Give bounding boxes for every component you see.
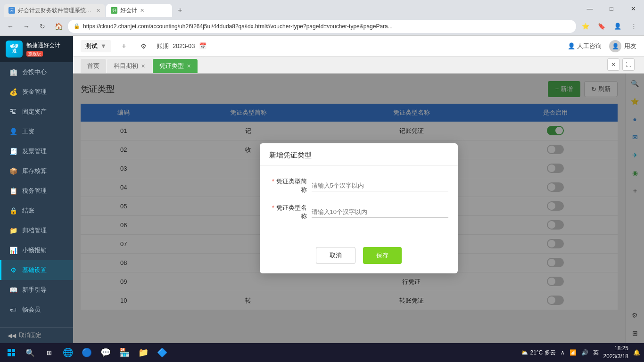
tab2-close[interactable]: ✕ [140, 8, 144, 14]
app-tab-bar: 首页 科目期初 ✕ 凭证类型 ✕ ✕ ⛶ [73, 57, 644, 74]
zijin-icon: 💰 [9, 88, 17, 96]
panel-close-button[interactable]: ✕ [607, 58, 619, 71]
sidebar-item-xinshouyindao[interactable]: 📖 新手引导 [0, 280, 73, 300]
tab-subject-close[interactable]: ✕ [141, 63, 145, 69]
dialog-body: 凭证类型简称 凭证类型名称 [260, 166, 458, 241]
gongzi-icon: 👤 [9, 128, 17, 135]
user-menu[interactable]: 👤 用友 [609, 40, 636, 52]
edge-taskbar[interactable]: 🔷 [155, 345, 170, 360]
dialog-footer: 取消 保存 [260, 241, 458, 273]
store-taskbar[interactable]: 🏪 [117, 345, 132, 360]
add-company-button[interactable]: + [117, 39, 131, 53]
shuiwu-icon: 📋 [9, 187, 17, 195]
dialog-header: 新增凭证类型 [260, 143, 458, 166]
notification-icon[interactable]: 🔔 [633, 349, 640, 356]
sidebar-item-changhyuian[interactable]: 🏷 畅会员 [0, 300, 73, 320]
chevron-up-icon[interactable]: ∧ [561, 349, 565, 356]
address-input-wrapper: 🔒 [68, 20, 576, 33]
browser-tab-1[interactable]: 云 好会计云财务软件管理系统_会计 ✕ [4, 4, 105, 17]
period-label: 账期 [157, 42, 169, 50]
sidebar-label-xinshouyindao: 新手引导 [22, 286, 47, 294]
tab-voucher-label: 凭证类型 [159, 62, 184, 70]
maximize-button[interactable]: □ [601, 0, 622, 17]
sidebar-label-jiezhang: 结账 [22, 206, 34, 215]
settings-button[interactable]: ⚙ [137, 39, 151, 53]
sidebar-item-jichushezhi[interactable]: ⚙ 基础设置 [0, 260, 73, 280]
files-taskbar[interactable]: 📁 [136, 345, 151, 360]
browser-ext-btn1[interactable]: ⭐ [579, 20, 592, 33]
tab-home[interactable]: 首页 [81, 59, 106, 73]
cancel-button[interactable]: 取消 [316, 247, 355, 264]
gudingzichan-icon: 🏗 [9, 108, 17, 115]
collapse-icon: ◀◀ [8, 332, 16, 339]
close-button[interactable]: ✕ [622, 0, 644, 17]
consultant-button[interactable]: 👤 人工咨询 [568, 42, 602, 50]
reload-button[interactable]: ↻ [36, 20, 49, 33]
new-tab-button[interactable]: + [173, 4, 187, 17]
ie-taskbar[interactable]: 🌐 [60, 345, 75, 360]
short-input[interactable] [312, 180, 448, 191]
forward-button[interactable]: → [20, 20, 33, 33]
sidebar-label-huizhong: 会投中心 [22, 68, 47, 76]
chrome-taskbar[interactable]: 🔵 [79, 345, 94, 360]
company-selector[interactable]: 测试 ▼ [81, 40, 111, 52]
address-input[interactable] [83, 23, 570, 30]
browser-ext-btn3[interactable]: 👤 [611, 20, 624, 33]
clock: 18:25 2023/3/18 [603, 345, 628, 361]
consultant-label: 人工咨询 [577, 42, 602, 50]
sidebar-nav: 🏢 会投中心 💰 资金管理 🏗 固定资产 👤 工资 🧾 发票管理 📦 库 [0, 62, 73, 320]
sidebar-item-fapiao[interactable]: 🧾 发票管理 [0, 141, 73, 161]
start-button[interactable] [4, 345, 19, 360]
sidebar-item-gudingzichan[interactable]: 🏗 固定资产 [0, 102, 73, 122]
tab1-close[interactable]: ✕ [96, 8, 100, 14]
search-taskbar-button[interactable]: 🔍 [23, 345, 38, 360]
wechat-taskbar[interactable]: 💬 [98, 345, 113, 360]
sidebar-item-baoxiao[interactable]: 📊 小畅报销 [0, 240, 73, 260]
name-label: 凭证类型名称 [269, 204, 312, 221]
period-display: 账期 2023-03 📅 [157, 42, 206, 50]
minimize-button[interactable]: — [579, 0, 601, 17]
svg-rect-1 [12, 349, 15, 352]
sidebar-footer[interactable]: ◀◀ 取消固定 [0, 327, 73, 343]
sidebar-item-zijin[interactable]: 💰 资金管理 [0, 82, 73, 102]
taskview-button[interactable]: ⊞ [41, 345, 57, 360]
save-button[interactable]: 保存 [363, 247, 402, 264]
sidebar-item-kucun[interactable]: 📦 库存核算 [0, 161, 73, 181]
svg-rect-3 [12, 353, 15, 356]
lang-indicator: 英 [593, 349, 599, 357]
sidebar-item-shuiwu[interactable]: 📋 税务管理 [0, 181, 73, 201]
dialog-title: 新增凭证类型 [269, 151, 312, 160]
tab-voucher-type[interactable]: 凭证类型 ✕ [153, 59, 198, 73]
name-input[interactable] [312, 206, 448, 218]
sidebar-item-jiezhang[interactable]: 🔒 结账 [0, 201, 73, 221]
dialog-overlay: 新增凭证类型 凭证类型简称 凭证类型名称 取消 [73, 74, 644, 343]
browser-tab-2[interactable]: 好 好会计 ✕ [106, 4, 172, 17]
top-toolbar: 测试 ▼ + ⚙ 账期 2023-03 📅 👤 人工咨询 👤 用友 [73, 36, 644, 57]
taskbar-right: ⛅ 21°C 多云 ∧ 📶 🔊 英 18:25 2023/3/18 🔔 [521, 345, 640, 361]
changhyuian-icon: 🏷 [9, 306, 17, 313]
huizhong-icon: 🏢 [9, 68, 17, 76]
xinshouyindao-icon: 📖 [9, 286, 17, 294]
logo-badge: 旗舰版 [26, 51, 43, 57]
tab-subject[interactable]: 科目期初 ✕ [107, 59, 152, 73]
back-button[interactable]: ← [4, 20, 17, 33]
logo-title: 畅捷通好会计 [26, 41, 60, 49]
tab-subject-label: 科目期初 [114, 62, 138, 70]
sidebar-label-gudingzichan: 固定资产 [22, 107, 47, 116]
wifi-icon: 📶 [570, 349, 577, 356]
sidebar-item-huizhong[interactable]: 🏢 会投中心 [0, 62, 73, 82]
weather-text: 21°C 多云 [530, 349, 555, 357]
browser-ext-btn2[interactable]: 🔖 [595, 20, 608, 33]
weather-info: ⛅ 21°C 多云 [521, 349, 555, 357]
cloud-icon: ⛅ [521, 349, 528, 356]
sidebar-item-guidang[interactable]: 📁 归档管理 [0, 221, 73, 240]
panel-expand-button[interactable]: ⛶ [622, 58, 635, 71]
collapse-label: 取消固定 [19, 331, 41, 339]
fapiao-icon: 🧾 [9, 148, 17, 155]
tab-voucher-close[interactable]: ✕ [187, 63, 191, 69]
home-button[interactable]: 🏠 [52, 20, 65, 33]
user-avatar: 👤 [609, 40, 621, 52]
sidebar-item-gongzi[interactable]: 👤 工资 [0, 122, 73, 141]
calendar-icon[interactable]: 📅 [199, 42, 206, 49]
browser-menu-btn[interactable]: ⋮ [627, 20, 640, 33]
